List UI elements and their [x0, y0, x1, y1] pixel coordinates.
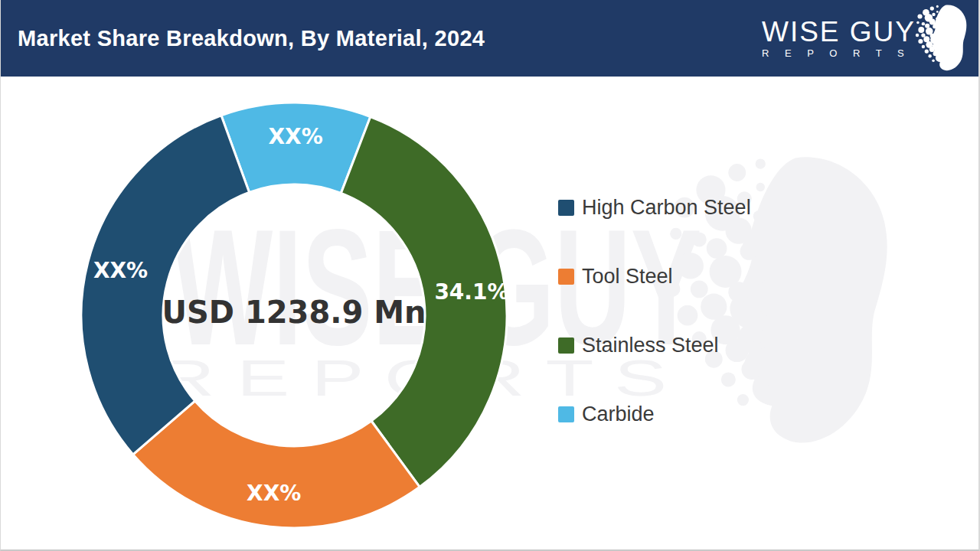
- brand-face-icon: [913, 3, 971, 73]
- donut-slice-label-high-carbon-steel: XX%: [93, 258, 148, 283]
- brand-wordmark: WISE GUY R E P O R T S: [762, 18, 916, 60]
- legend-swatch-high-carbon-steel: [558, 200, 574, 216]
- legend-swatch-carbide: [558, 406, 574, 422]
- brand-name: WISE GUY: [762, 18, 916, 47]
- donut-slice-label-carbide: XX%: [269, 124, 323, 149]
- chart-area: WISE GUY R E P O R T S XX%34.1%XX%XX% US…: [1, 77, 980, 549]
- brand-logo: WISE GUY R E P O R T S: [762, 3, 971, 73]
- report-page: Market Share Breakdown, By Material, 202…: [0, 0, 980, 551]
- donut-center-value: USD 1238.9 Mn: [162, 295, 426, 330]
- donut-slice-label-stainless-steel: 34.1%: [434, 279, 508, 305]
- donut-chart: XX%34.1%XX%XX%: [1, 0, 980, 551]
- page-title: Market Share Breakdown, By Material, 202…: [18, 26, 485, 51]
- legend-label-high-carbon-steel: High Carbon Steel: [582, 197, 751, 218]
- legend-item-tool-steel: Tool Steel: [558, 266, 751, 287]
- chart-legend: High Carbon Steel Tool Steel Stainless S…: [558, 197, 751, 473]
- legend-label-carbide: Carbide: [582, 404, 655, 425]
- legend-label-tool-steel: Tool Steel: [582, 266, 673, 287]
- legend-swatch-stainless-steel: [558, 337, 574, 354]
- legend-item-stainless-steel: Stainless Steel: [558, 335, 751, 356]
- brand-subname: R E P O R T S: [762, 47, 910, 59]
- legend-swatch-tool-steel: [558, 269, 574, 285]
- legend-item-high-carbon-steel: High Carbon Steel: [558, 197, 751, 218]
- legend-item-carbide: Carbide: [558, 404, 751, 425]
- legend-label-stainless-steel: Stainless Steel: [582, 335, 719, 356]
- donut-slice-high-carbon-steel: [81, 116, 250, 455]
- header-bar: Market Share Breakdown, By Material, 202…: [1, 0, 978, 77]
- donut-slice-label-tool-steel: XX%: [247, 481, 301, 506]
